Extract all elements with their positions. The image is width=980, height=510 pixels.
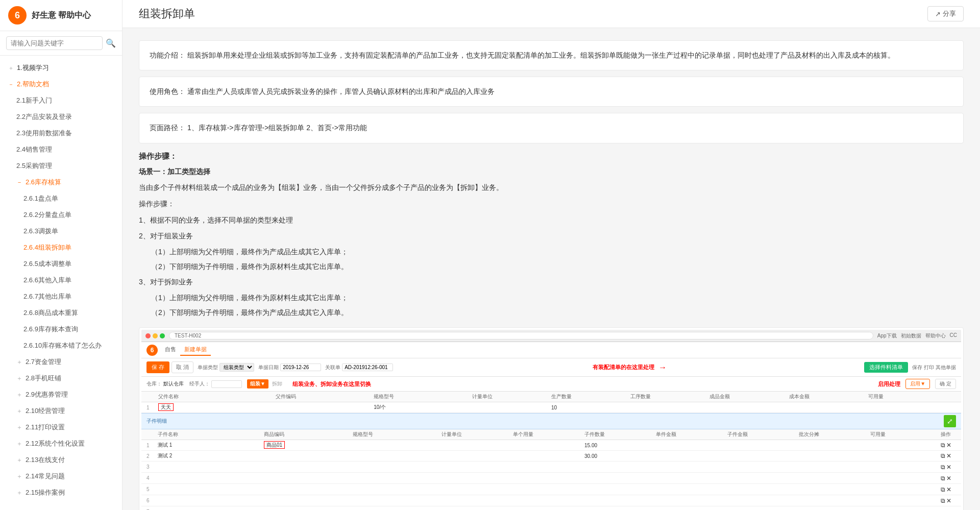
screenshot-date-label: 单据日期: [258, 364, 279, 371]
screenshot-child-row5-copy[interactable]: ⧉: [941, 486, 945, 493]
sidebar-item-2-7[interactable]: ＋ 2.7资金管理: [0, 354, 122, 370]
sidebar-item-2-11[interactable]: ＋ 2.11打印设置: [0, 419, 122, 435]
sidebar-item-videos[interactable]: ＋ 1.视频学习: [0, 60, 122, 76]
ops-title: 操作步骤：: [139, 152, 964, 161]
screenshot-child-row5-del[interactable]: ✕: [946, 486, 951, 493]
sidebar-item-2-15[interactable]: ＋ 2.15操作案例: [0, 484, 122, 501]
screenshot-child-row2-copy[interactable]: ⧉: [941, 452, 945, 459]
screenshot-date-input[interactable]: [280, 363, 321, 371]
screenshot-child-row6-del[interactable]: ✕: [946, 497, 951, 504]
screenshot-parent-name[interactable]: 天天: [158, 403, 174, 411]
screenshot-sub-toolbar: 仓库： 默认仓库 经手人：: [146, 380, 242, 388]
sidebar-item-2-2[interactable]: 2.2产品安装及登录: [0, 109, 122, 125]
sidebar-item-label: 2.12系统个性化设置: [26, 439, 85, 448]
mock-screenshot: TEST-H002 App下载 初始数据 帮助中心 CC 6 自售 新建单据: [141, 330, 961, 510]
steps-title: 操作步骤：: [139, 197, 964, 211]
screenshot-child-row-6: 6 ⧉ ✕: [141, 495, 961, 506]
screenshot-child-row3-copy[interactable]: ⧉: [941, 464, 945, 471]
path-box: 页面路径： 1、库存核算->库存管理->组装拆卸单 2、首页->常用功能: [139, 113, 964, 143]
screenshot-btn-save[interactable]: 保 存: [146, 361, 169, 373]
screenshot-child-row3-del[interactable]: ✕: [946, 464, 951, 471]
sidebar-item-docs[interactable]: － 2.帮助文档: [0, 76, 122, 92]
screenshot-init-link: 初始数据: [901, 332, 921, 339]
sidebar-item-label: 2.10经营管理: [26, 406, 65, 416]
sidebar-item-label: 2.4销售管理: [16, 145, 52, 154]
screenshot-tab-sale[interactable]: 自售: [161, 344, 180, 356]
sidebar-item-label: 2.6.7其他出库单: [23, 292, 71, 301]
search-button[interactable]: 🔍: [106, 38, 116, 48]
scene1-title: 场景一：加工类型选择: [139, 167, 964, 177]
sidebar-item-2-12[interactable]: ＋ 2.12系统个性化设置: [0, 435, 122, 452]
screenshot-child-row6-copy[interactable]: ⧉: [941, 497, 945, 504]
sidebar-item-2-6-6[interactable]: 2.6.6其他入库单: [0, 272, 122, 288]
sidebar-item-2-6-2[interactable]: 2.6.2分量盘点单: [0, 207, 122, 223]
sidebar-item-label: 2.3使用前数据准备: [16, 129, 72, 138]
screenshot-type-select[interactable]: 组装类型 拆卸类型: [219, 363, 254, 372]
sidebar-item-label: 2.6.8商品成本重算: [23, 308, 78, 318]
sidebar-item-2-5[interactable]: 2.5采购管理: [0, 158, 122, 174]
share-icon: ↗: [935, 10, 941, 18]
minus-icon: －: [8, 81, 14, 88]
screenshot-th-parent-name: 父件名称: [157, 393, 274, 400]
screenshot-tab-new[interactable]: 新建单据: [180, 344, 211, 356]
plus-icon: ＋: [16, 391, 22, 399]
step-2-sub2: （2）下部明细为子件明细，最终作为原材料生成其它出库单。: [151, 260, 964, 273]
screenshot-child-row7-copy[interactable]: ⧉: [941, 508, 945, 510]
screenshot-btn-cancel[interactable]: 取 消: [172, 361, 193, 373]
screenshot-type-badge: 组装▼: [247, 379, 268, 388]
sidebar-item-2-6-5[interactable]: 2.6.5成本调整单: [0, 256, 122, 272]
plus-icon: ＋: [16, 423, 22, 432]
screenshot-enable-btn[interactable]: 启用▼: [905, 379, 930, 389]
screenshot-child-th-single-use: 单个用量: [512, 431, 583, 438]
sidebar-item-2-6-1[interactable]: 2.6.1盘点单: [0, 190, 122, 207]
screenshot-annotation2: 组装业务、拆卸业务在这里切换: [292, 380, 371, 388]
screenshot-th-prod-amt: 成品金额: [708, 393, 787, 400]
role-box: 使用角色： 通常由生产人员或库管人员完成拆装业务的操作，库管人员确认原材料的出库…: [139, 77, 964, 107]
screenshot-annotation3: 启用处理: [878, 380, 900, 388]
sidebar-item-2-4[interactable]: 2.4销售管理: [0, 141, 122, 158]
sidebar: 6 好生意 帮助中心 🔍 ＋ 1.视频学习 － 2.帮助文档 2.1新手入门 2…: [0, 0, 122, 510]
sidebar-item-2-6[interactable]: － 2.6库存核算: [0, 174, 122, 190]
screenshot-child-th-name: 子件名称: [157, 431, 263, 438]
sidebar-item-label: 2.6.4组装拆卸单: [23, 243, 71, 252]
screenshot-btn-select-material[interactable]: 选择件料清单: [864, 362, 908, 373]
sidebar-item-2-13[interactable]: ＋ 2.13在线支付: [0, 452, 122, 468]
sidebar-item-label: 2.2产品安装及登录: [16, 112, 72, 122]
sidebar-item-2-14[interactable]: ＋ 2.14常见问题: [0, 468, 122, 484]
sidebar-item-2-6-10[interactable]: 2.6.10库存账本错了怎么办: [0, 337, 122, 354]
screenshot-child-row1-copy[interactable]: ⧉: [941, 442, 945, 449]
screenshot-child-row2-del[interactable]: ✕: [946, 452, 951, 459]
screenshot-add-child-btn[interactable]: ⤢: [944, 415, 956, 427]
screenshot-child-row-3: 3 ⧉ ✕: [141, 462, 961, 473]
screenshot-child-row4-del[interactable]: ✕: [946, 475, 951, 482]
screenshot-child-row4-copy[interactable]: ⧉: [941, 475, 945, 482]
screenshot-th-cost-amt: 成本金额: [788, 393, 867, 400]
screenshot-child-row1-del[interactable]: ✕: [946, 442, 951, 449]
sidebar-item-2-10[interactable]: ＋ 2.10经营管理: [0, 403, 122, 419]
sidebar-item-2-6-3[interactable]: 2.6.3调拨单: [0, 223, 122, 239]
sidebar-item-label: 1.视频学习: [17, 63, 49, 72]
sidebar-item-2-8[interactable]: ＋ 2.8手机旺铺: [0, 370, 122, 386]
sidebar-item-2-6-4[interactable]: 2.6.4组装拆卸单: [0, 239, 122, 256]
sidebar-item-2-6-8[interactable]: 2.6.8商品成本重算: [0, 305, 122, 321]
sidebar-item-2-9[interactable]: ＋ 2.9优惠券管理: [0, 386, 122, 403]
screenshot-confirm-btn[interactable]: 确 定: [935, 379, 956, 389]
sidebar-item-label: 2.13在线支付: [26, 455, 65, 465]
screenshot-child-row7-del[interactable]: ✕: [946, 508, 951, 510]
content-area: 功能介绍： 组装拆卸单用来处理企业组装或拆卸等加工业务，支持有固定装配清单的产品…: [122, 28, 980, 510]
sidebar-item-2-1[interactable]: 2.1新手入门: [0, 92, 122, 109]
sidebar-item-label: 2.8手机旺铺: [26, 374, 61, 383]
share-button[interactable]: ↗ 分享: [927, 6, 964, 21]
screenshot-help-link: 帮助中心: [925, 332, 946, 339]
screenshot-handler-input[interactable]: [211, 380, 242, 388]
screenshot-child-row-5: 5 ⧉ ✕: [141, 484, 961, 495]
screenshot-order-input[interactable]: [342, 363, 393, 371]
sidebar-item-2-6-9[interactable]: 2.6.9库存账本查询: [0, 321, 122, 337]
search-input[interactable]: [6, 36, 103, 50]
sidebar-item-2-3[interactable]: 2.3使用前数据准备: [0, 125, 122, 141]
sidebar-item-label: 2.6.2分量盘点单: [23, 210, 71, 220]
sidebar-item-2-6-7[interactable]: 2.6.7其他出库单: [0, 288, 122, 305]
step-2: 2、对于组装业务: [139, 230, 964, 242]
plus-icon: ＋: [16, 358, 22, 367]
page-title: 组装拆卸单: [139, 6, 195, 21]
